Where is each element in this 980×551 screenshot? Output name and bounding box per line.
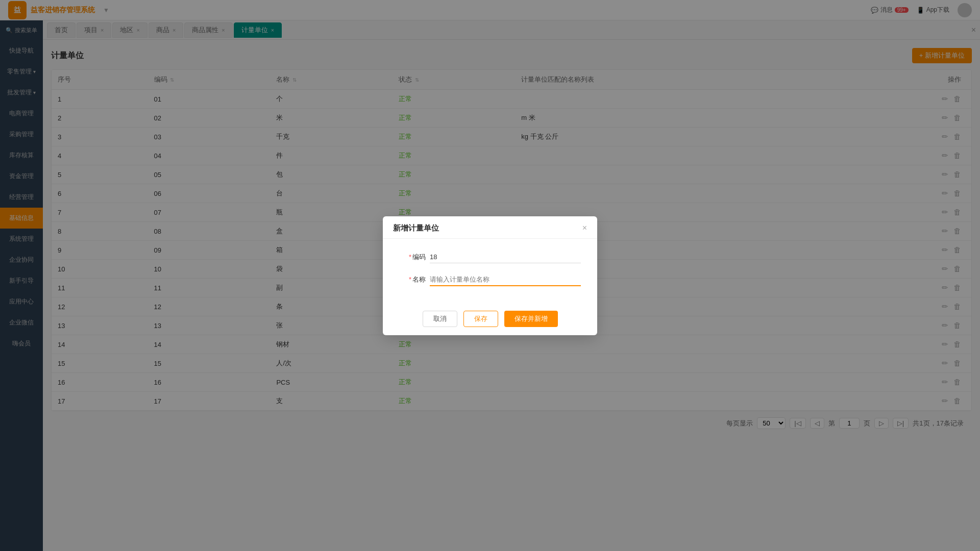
name-input[interactable]: [430, 273, 581, 286]
modal-close-btn[interactable]: ×: [582, 223, 587, 233]
modal-overlay: 新增计量单位 × *编码 *名称 取消 保存 保存并新增: [0, 0, 980, 551]
code-required-mark: *: [409, 253, 411, 261]
name-required-mark: *: [409, 276, 411, 283]
name-label: *名称: [399, 275, 430, 284]
modal-body: *编码 *名称: [383, 239, 597, 305]
code-input[interactable]: [430, 251, 581, 263]
form-row-code: *编码: [399, 251, 581, 263]
form-row-name: *名称: [399, 273, 581, 286]
modal-header: 新增计量单位 ×: [383, 216, 597, 239]
code-label: *编码: [399, 253, 430, 262]
save-button[interactable]: 保存: [463, 311, 498, 327]
modal-footer: 取消 保存 保存并新增: [383, 305, 597, 335]
add-unit-modal: 新增计量单位 × *编码 *名称 取消 保存 保存并新增: [383, 216, 597, 335]
modal-title: 新增计量单位: [393, 223, 439, 233]
cancel-button[interactable]: 取消: [423, 311, 457, 327]
save-and-new-button[interactable]: 保存并新增: [504, 311, 558, 327]
